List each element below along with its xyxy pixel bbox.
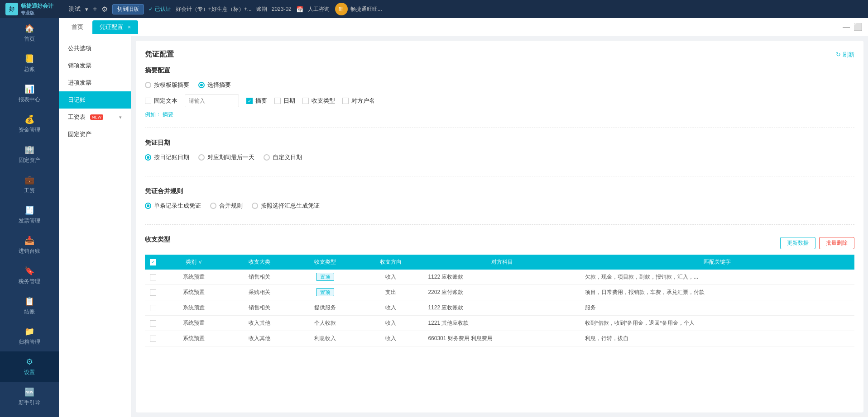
- sidebar-item-invoice-mgmt[interactable]: 🧾 发票管理: [0, 200, 59, 230]
- cell-sub-type-0: 置顶: [293, 270, 358, 285]
- row-checkbox-2[interactable]: [150, 305, 156, 311]
- cell-direction-3: 收入: [358, 316, 424, 331]
- cell-direction-1: 支出: [358, 285, 424, 300]
- radio-label-select-total: 按照选择汇总生成凭证: [261, 202, 320, 210]
- th-account: 对方科目: [423, 255, 580, 270]
- sidebar-item-reports[interactable]: 📊 报表中心: [0, 79, 59, 109]
- checkbox-summary[interactable]: ✓ 摘要: [246, 97, 267, 105]
- tab-voucher-config[interactable]: 凭证配置 ×: [92, 20, 138, 34]
- settings-icon[interactable]: ⚙: [101, 5, 108, 14]
- reset-tag-1[interactable]: 置顶: [316, 288, 334, 296]
- checkbox-box-expense-type: [302, 98, 309, 104]
- salary-icon: 💼: [24, 175, 34, 185]
- cell-keywords-0: 欠款，现金，项目款，到款，报销款，汇入，...: [580, 270, 854, 285]
- table-action-buttons: 更新数据 批量删除: [780, 237, 854, 249]
- sidebar-item-member[interactable]: 👑 畅会员: [0, 412, 59, 417]
- table-row: 系统预置 销售相关 置顶 收入 1122 应收账款 欠款，现金，项目款，到款，报…: [145, 270, 854, 285]
- chevron-down-icon[interactable]: ▾: [85, 6, 88, 13]
- sidebar-label-home: 首页: [24, 35, 35, 43]
- sidebar-item-guide[interactable]: 🆕 新手引导: [0, 382, 59, 412]
- sidebar-item-purchase[interactable]: 📥 进销台账: [0, 230, 59, 261]
- sub-sidebar-item-journal[interactable]: 日记账: [59, 91, 131, 109]
- sidebar-label-purchase: 进销台账: [19, 247, 40, 255]
- batch-delete-button[interactable]: 批量删除: [819, 237, 854, 249]
- update-data-button[interactable]: 更新数据: [780, 237, 815, 249]
- radio-single-record[interactable]: 单条记录生成凭证: [145, 202, 201, 210]
- summary-config-section: 摘要配置 按模板版摘要 选择摘要: [145, 66, 854, 128]
- row-checkbox-0[interactable]: [150, 274, 156, 280]
- sidebar-item-funds[interactable]: 💰 资金管理: [0, 109, 59, 139]
- cell-direction-4: 收入: [358, 331, 424, 346]
- sidebar-item-settings[interactable]: ⚙ 设置: [0, 351, 59, 382]
- cell-account-3: 1221 其他应收款: [423, 316, 580, 331]
- cell-major-type-4: 收入其他: [227, 331, 293, 346]
- row-checkbox-4[interactable]: [150, 336, 156, 342]
- minimize-button[interactable]: —: [843, 23, 850, 31]
- sub-sidebar-item-fixed-assets[interactable]: 固定资产: [59, 126, 131, 143]
- checkbox-expense-type[interactable]: 收支类型: [302, 97, 335, 105]
- example-value: 摘要: [163, 111, 173, 118]
- add-button[interactable]: +: [93, 5, 97, 13]
- cell-category-3: 系统预置: [161, 316, 227, 331]
- user-menu[interactable]: 旺 畅捷通旺旺...: [335, 3, 382, 15]
- row-checkbox-1[interactable]: [150, 289, 156, 296]
- cell-keywords-4: 利息，行转，拔自: [580, 331, 854, 346]
- topbar: 好 畅捷通好会计 专业版 测试 ▾ + ⚙ 切到旧版 ✓ 已认证 好会计（专）+…: [0, 0, 868, 18]
- radio-template-summary[interactable]: 按模板版摘要: [145, 81, 189, 89]
- logo-icon: 好: [5, 3, 18, 15]
- sub-sidebar-item-sales-invoice[interactable]: 销项发票: [59, 57, 131, 74]
- radio-merge-rule[interactable]: 合并规则: [210, 202, 243, 210]
- income-expense-table: ✓ 类别 ∨ 收支大类 收支类型 收支方向 对方科目 匹配关键字: [145, 255, 854, 346]
- reports-icon: 📊: [24, 84, 34, 94]
- sidebar-item-home[interactable]: 🏠 首页: [0, 18, 59, 48]
- checkbox-label-fixed-text: 固定文本: [154, 97, 177, 105]
- sidebar-item-archive[interactable]: 📁 归档管理: [0, 321, 59, 351]
- row-checkbox-3[interactable]: [150, 320, 156, 327]
- sub-sidebar: 公共选项 销项发票 进项发票 日记账 工资表 NEW ▾ 固定资产: [59, 36, 131, 417]
- select-all-checkbox[interactable]: ✓: [150, 259, 156, 265]
- sub-sidebar-item-payroll[interactable]: 工资表 NEW ▾: [59, 109, 131, 126]
- reset-tag-0[interactable]: 置顶: [316, 273, 334, 281]
- tab-close-icon[interactable]: ×: [128, 24, 131, 30]
- consult-label[interactable]: 人工咨询: [308, 5, 330, 13]
- sidebar-item-ledger[interactable]: 📒 总账: [0, 48, 59, 79]
- maximize-button[interactable]: ⬜: [854, 23, 863, 31]
- sidebar-item-close[interactable]: 📋 结账: [0, 291, 59, 321]
- cell-major-type-0: 销售相关: [227, 270, 293, 285]
- summary-checkbox-group: 固定文本 ✓ 摘要 日期 收支类型: [145, 95, 854, 107]
- radio-select-summary[interactable]: 选择摘要: [198, 81, 231, 89]
- assets-icon: 🏢: [24, 145, 34, 155]
- sidebar-item-salary[interactable]: 💼 工资: [0, 170, 59, 200]
- calendar-icon[interactable]: 📅: [296, 6, 303, 13]
- radio-select-total[interactable]: 按照选择汇总生成凭证: [252, 202, 320, 210]
- sidebar-item-assets[interactable]: 🏢 固定资产: [0, 139, 59, 170]
- checkbox-date[interactable]: 日期: [274, 97, 295, 105]
- checkbox-fixed-text[interactable]: 固定文本: [145, 97, 177, 105]
- tab-home[interactable]: 首页: [64, 20, 91, 34]
- fixed-text-input[interactable]: [185, 95, 239, 107]
- purchase-icon: 📥: [24, 236, 34, 246]
- sidebar-item-tax[interactable]: 🔖 税务管理: [0, 261, 59, 291]
- radio-period-last[interactable]: 对应期间最后一天: [198, 153, 254, 161]
- checkbox-box-summary: ✓: [246, 98, 253, 104]
- radio-custom-date[interactable]: 自定义日期: [264, 153, 302, 161]
- refresh-button[interactable]: ↻ 刷新: [836, 51, 854, 59]
- app-sub: 专业版: [21, 10, 53, 16]
- tabbar: 首页 凭证配置 × — ⬜: [59, 18, 868, 36]
- extra-tags: 好会计（专）+好生意（标）+...: [176, 5, 252, 13]
- switch-version-button[interactable]: 切到旧版: [112, 4, 144, 14]
- cell-category-4: 系统预置: [161, 331, 227, 346]
- main-panel: 凭证配置 ↻ 刷新 摘要配置 按模板版摘要: [136, 41, 863, 412]
- sub-sidebar-item-purchase-invoice[interactable]: 进项发票: [59, 74, 131, 91]
- cell-category-2: 系统预置: [161, 300, 227, 316]
- cell-sub-type-2: 提供服务: [293, 300, 358, 316]
- page-content: 公共选项 销项发票 进项发票 日记账 工资表 NEW ▾ 固定资产: [59, 36, 868, 417]
- radio-journal-date[interactable]: 按日记账日期: [145, 153, 189, 161]
- avatar: 旺: [335, 3, 348, 15]
- sidebar-label-settings: 设置: [24, 369, 35, 376]
- cell-category-0: 系统预置: [161, 270, 227, 285]
- sub-sidebar-item-public[interactable]: 公共选项: [59, 40, 131, 57]
- radio-label-custom-date: 自定义日期: [273, 153, 302, 161]
- checkbox-counterparty[interactable]: 对方户名: [342, 97, 375, 105]
- table-header-row: 收支类型 更新数据 批量删除: [145, 236, 854, 250]
